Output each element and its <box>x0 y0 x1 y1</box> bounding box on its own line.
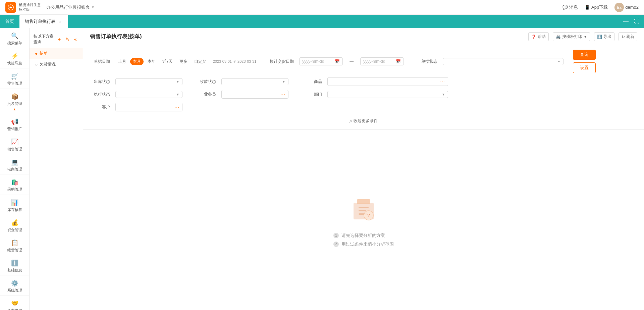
sidebar-item-collab[interactable]: 🤝 企业协同 <box>0 296 29 310</box>
scheme-item-danju[interactable]: ● 按单 <box>30 48 83 59</box>
empty-tips: 1 请先选择要分析的方案 2 用过滤条件来缩小分析范围 <box>333 232 394 247</box>
date-tab-more[interactable]: 更多 <box>177 58 190 65</box>
date-range-text: 2023-03-01 至 2023-03-31 <box>213 59 257 64</box>
staff-dots-icon: ··· <box>280 92 285 97</box>
left-panel-header: 按以下方案查询 + ✎ « <box>30 32 83 48</box>
tab-sales-order[interactable]: 销售订单执行表 × <box>19 15 68 28</box>
sidebar-item-operations[interactable]: 📋 经营管理 <box>0 235 29 255</box>
doc-status-select[interactable]: ▼ <box>443 58 564 65</box>
empty-tip-1: 1 请先选择要分析的方案 <box>333 232 394 239</box>
help-button[interactable]: ❓ 帮助 <box>528 32 549 41</box>
exec-status-select[interactable]: ▼ <box>115 91 182 98</box>
page-title-row: 销售订单执行表(按单) ❓ 帮助 🖨️ 按模板打印 ▼ ⬇️ <box>90 32 637 41</box>
message-icon: 💬 <box>562 5 568 10</box>
empty-tip-2: 2 用过滤条件来缩小分析范围 <box>333 241 394 247</box>
sidebar-item-purchase[interactable]: 🛍️ 采购管理 <box>0 174 29 195</box>
date-tab-thismonth[interactable]: 本月 <box>130 58 144 65</box>
collab-icon: 🤝 <box>11 300 18 307</box>
page-header: 销售订单执行表(按单) ❓ 帮助 🖨️ 按模板打印 ▼ ⬇️ <box>83 28 644 44</box>
forecast-date-end[interactable]: yyyy-mm-dd 📅 <box>360 57 404 65</box>
app-download-action[interactable]: 📱 App下载 <box>585 4 608 10</box>
forecast-date-start[interactable]: yyyy-mm-dd 📅 <box>299 57 343 65</box>
tab-bar-actions: — ⛶ <box>621 17 644 26</box>
sales-icon: 📈 <box>11 138 18 146</box>
inventory-icon: 📊 <box>11 199 18 206</box>
wholesale-icon: 📦 <box>11 93 18 100</box>
message-action[interactable]: 💬 消息 <box>562 4 578 10</box>
purchase-icon: 🛍️ <box>11 178 18 186</box>
finance-icon: 💰 <box>11 219 18 226</box>
export-button[interactable]: ⬇️ 导出 <box>594 32 614 41</box>
date-tab-thisyear[interactable]: 本年 <box>145 58 158 65</box>
quicknav-icon: ⚡ <box>11 52 18 60</box>
date-tab-7days[interactable]: 近7天 <box>160 58 175 65</box>
tip-num-2: 2 <box>333 242 339 247</box>
out-status-arrow-icon: ▼ <box>176 80 179 84</box>
sidebar-item-basic-info[interactable]: ℹ️ 基础信息 <box>0 255 29 275</box>
add-scheme-button[interactable]: + <box>56 36 63 43</box>
filter-row-3: 执行状态 ▼ 业务员 ··· 部门 ▼ <box>90 90 637 99</box>
breadcrumb: 办公用品行业模拟账套 ▼ <box>41 4 562 10</box>
scheme-inactive-icon: ○ <box>35 62 38 67</box>
sidebar-item-inventory[interactable]: 📊 库存核算 <box>0 195 29 215</box>
date-label: 单据日期 <box>90 59 110 64</box>
export-icon: ⬇️ <box>597 35 602 39</box>
breadcrumb-chevron-icon: ▼ <box>91 5 95 9</box>
out-status-select[interactable]: ▼ <box>115 78 182 85</box>
filter-row-2: 出库状态 ▼ 收款状态 ▼ 商品 ··· <box>90 77 637 86</box>
tab-home[interactable]: 首页 <box>0 15 19 28</box>
customer-label: 客户 <box>90 104 110 110</box>
customer-select[interactable]: ··· <box>115 103 182 111</box>
goods-select[interactable]: ··· <box>327 77 448 86</box>
customer-dots-icon: ··· <box>174 104 179 110</box>
sidebar-item-sales[interactable]: 📈 销售管理 <box>0 134 29 154</box>
expand-icon: ▲ <box>13 107 16 111</box>
svg-rect-3 <box>359 207 369 208</box>
filter-actions: 查询 设置 <box>573 50 596 73</box>
date-tabs: 上月 本月 本年 近7天 更多 自定义 <box>115 58 209 65</box>
right-content: 销售订单执行表(按单) ❓ 帮助 🖨️ 按模板打印 ▼ ⬇️ <box>83 28 644 310</box>
sidebar-item-finance[interactable]: 💰 资金管理 <box>0 215 29 235</box>
collapse-button[interactable]: ⋀ 收起更多条件 <box>90 115 637 124</box>
date-tabs-control: 上月 本月 本年 近7天 更多 自定义 2023-03-01 至 2023-03… <box>115 58 256 65</box>
recv-status-arrow-icon: ▼ <box>282 80 285 84</box>
user-action[interactable]: Ea demo2 <box>614 3 639 12</box>
date-tab-custom[interactable]: 自定义 <box>192 58 209 65</box>
dept-label: 部门 <box>302 92 322 97</box>
collapse-chevron-icon: ⋀ <box>350 119 352 123</box>
sidebar-item-retail[interactable]: 🛒 零售管理 <box>0 68 29 89</box>
edit-scheme-button[interactable]: ✎ <box>64 36 71 43</box>
tab-minimize-button[interactable]: — <box>621 17 631 26</box>
settings-button[interactable]: 设置 <box>573 62 596 73</box>
system-icon: ⚙️ <box>11 279 18 287</box>
sidebar-item-ecommerce[interactable]: 💻 电商管理 <box>0 154 29 174</box>
query-button[interactable]: 查询 <box>573 50 596 60</box>
date-tab-lastmonth[interactable]: 上月 <box>115 58 129 65</box>
calendar-icon: 📅 <box>335 59 340 64</box>
top-bar-actions: 💬 消息 📱 App下载 Ea demo2 <box>562 3 639 12</box>
scheme-active-icon: ● <box>35 51 38 56</box>
filter-section: 单据日期 上月 本月 本年 近7天 更多 自定义 2023-03-01 至 20… <box>83 44 644 130</box>
logo-icon <box>5 2 16 13</box>
recv-status-select[interactable]: ▼ <box>221 78 288 85</box>
filter-row-4: 客户 ··· <box>90 103 637 111</box>
dept-select[interactable]: ▼ <box>327 91 448 98</box>
print-button[interactable]: 🖨️ 按模板打印 ▼ <box>553 32 590 41</box>
sidebar-item-quicknav[interactable]: ⚡ 快捷导航 <box>0 48 29 68</box>
collapse-panel-button[interactable]: « <box>72 36 79 43</box>
help-icon: ❓ <box>531 35 536 39</box>
sidebar-item-wholesale[interactable]: 📦 批发管理 ▲ <box>0 89 29 114</box>
out-status-label: 出库状态 <box>90 79 110 85</box>
scheme-item-qianhuo[interactable]: ○ 欠货情况 <box>30 59 83 70</box>
left-panel: 按以下方案查询 + ✎ « ● 按单 ○ 欠货情况 <box>30 28 83 310</box>
tab-close-icon[interactable]: × <box>57 19 63 24</box>
doc-status-arrow-icon: ▼ <box>557 60 560 63</box>
sidebar-item-marketing[interactable]: 📢 营销推广 <box>0 114 29 134</box>
staff-select[interactable]: ··· <box>221 90 288 99</box>
sidebar-item-search[interactable]: 🔍 搜索菜单 <box>0 28 29 48</box>
sidebar-item-system[interactable]: ⚙️ 系统管理 <box>0 275 29 296</box>
refresh-button[interactable]: ↻ 刷新 <box>619 32 637 41</box>
goods-dots-icon: ··· <box>440 79 445 84</box>
tab-maximize-button[interactable]: ⛶ <box>632 17 641 26</box>
page-header-actions: ❓ 帮助 🖨️ 按模板打印 ▼ ⬇️ 导出 ↻ <box>528 32 637 41</box>
